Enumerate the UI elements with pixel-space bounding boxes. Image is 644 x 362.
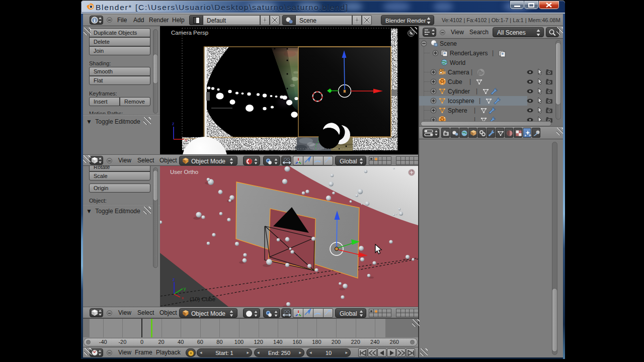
svg-text:Camera Persp: Camera Persp [171, 30, 208, 36]
svg-text:x: x [185, 138, 187, 142]
svg-text:z: z [172, 121, 175, 126]
svg-text:x: x [182, 296, 184, 300]
svg-text:i: i [94, 18, 96, 23]
svg-text:z: z [173, 277, 175, 282]
svg-text:User Ortho: User Ortho [170, 169, 198, 175]
svg-text:y: y [184, 286, 186, 291]
svg-text:(10) Cube: (10) Cube [190, 296, 215, 302]
